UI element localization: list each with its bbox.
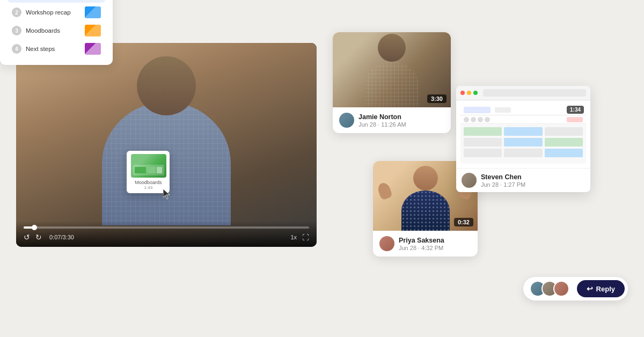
time-display: 0:07/3:30 [49,234,74,240]
browser-max-dot [473,91,478,95]
browser-url-bar [483,89,586,97]
video-player[interactable]: Moodboards 1:43 ↺ ↻ 0:07/3: [16,43,317,247]
browser-min-dot [467,91,471,95]
chapter-thumb-4 [85,43,101,55]
chapter-num-2: 2 [12,8,21,17]
video-person [102,56,231,225]
jamie-person [365,34,419,107]
bs-tool-4 [485,117,490,122]
bs-tab-inactive [495,107,511,113]
bs-cell-6 [545,138,583,146]
chapter-label-3: Moodboards [26,27,80,34]
bs-cell-3 [545,127,583,136]
rewind-button[interactable]: ↺ [24,233,30,241]
bs-cell-8 [504,149,542,157]
controls-right: 1x ⛶ [290,233,309,241]
browser-close-dot [460,91,465,95]
bs-tool-3 [478,117,483,122]
person-head [137,56,196,115]
priya-duration: 0:32 [454,218,473,226]
cursor [163,189,174,200]
bs-tab [464,107,491,113]
jamie-duration: 3:30 [427,94,447,103]
reply-bar: ↩ Reply [523,277,628,301]
reply-button[interactable]: ↩ Reply [577,280,625,297]
bs-toolbar [460,115,586,124]
priya-shirt-pattern [401,191,450,231]
bs-cell-5 [504,138,542,146]
priya-name: Priya Saksena [399,237,471,244]
bs-cell-7 [464,149,502,157]
browser-content: 1:34 [456,100,590,168]
jamie-body [365,62,419,107]
chapter-thumb-2 [85,6,101,18]
video-controls: ↺ ↻ 0:07/3:30 1x ⛶ [16,221,317,247]
video-card-jamie[interactable]: 3:30 Jamie Norton Jun 28 · 11:26 AM [333,32,451,133]
jamie-avatar [339,113,354,128]
bs-tool-2 [471,117,476,122]
priya-date: Jun 28 · 4:32 PM [399,245,471,251]
jamie-meta: Jamie Norton Jun 28 · 11:26 AM [358,113,444,128]
reply-avatar-3 [553,281,569,297]
browser-screenshot [460,105,586,164]
tooltip-bar-3 [157,167,162,173]
chapter-label-4: Next steps [26,46,80,52]
browser-header [456,86,590,100]
priya-person [401,166,450,231]
tooltip-sublabel: 1:43 [131,185,165,190]
cards-section: 3:30 Jamie Norton Jun 28 · 11:26 AM [322,32,633,333]
jamie-name: Jamie Norton [358,113,444,121]
priya-meta: Priya Saksena Jun 28 · 4:32 PM [399,237,471,251]
priya-card-info: Priya Saksena Jun 28 · 4:32 PM [373,231,478,257]
chapter-thumb-3 [85,25,101,36]
fullscreen-button[interactable]: ⛶ [302,233,309,241]
reply-avatars [530,281,569,297]
priya-hand-left [380,188,392,204]
bs-cell-1 [464,127,502,136]
priya-avatar [379,236,394,251]
chapter-item-1[interactable]: 1 Intro [8,0,105,3]
chapter-item-4[interactable]: 4 Next steps [8,40,105,57]
priya-head [413,166,438,191]
video-section: Moodboards 1:43 ↺ ↻ 0:07/3: [16,43,338,284]
progress-bar[interactable] [24,226,309,229]
steven-duration: 1:34 [567,106,584,114]
tooltip-bar-1 [135,167,146,173]
reply-label: Reply [596,285,615,293]
bs-tool-1 [464,117,469,122]
tooltip-label: Moodboards [131,180,165,185]
bs-cell-2 [504,127,542,136]
jamie-date: Jun 28 · 11:26 AM [358,121,444,128]
steven-avatar [462,173,477,188]
steven-date: Jun 28 · 1:27 PM [481,181,585,188]
bs-body [460,124,586,160]
steven-name: Steven Chen [481,173,585,181]
bs-cell-9 [545,149,583,157]
jamie-head [378,34,406,62]
chapter-label-2: Workshop recap [26,9,80,16]
video-card-steven[interactable]: 1:34 Steven Chen Jun 28 · 1:27 PM [456,86,590,192]
card-thumbnail-jamie: 3:30 [333,32,451,107]
priya-body [401,191,450,231]
reply-arrow-icon: ↩ [587,284,593,293]
progress-dot [32,225,37,230]
chapter-num-3: 3 [12,26,21,35]
controls-row: ↺ ↻ 0:07/3:30 1x ⛶ [24,233,309,241]
bs-cell-4 [464,138,502,146]
steven-meta: Steven Chen Jun 28 · 1:27 PM [481,173,585,188]
chapter-num-4: 4 [12,44,21,54]
steven-card-info: Steven Chen Jun 28 · 1:27 PM [456,168,590,192]
tooltip-thumb-inner [133,165,164,175]
chapter-item-2[interactable]: 2 Workshop recap [8,4,105,21]
forward-button[interactable]: ↻ [35,233,42,241]
bs-badge [567,117,583,122]
video-tooltip: Moodboards 1:43 [127,151,170,193]
jamie-card-info: Jamie Norton Jun 28 · 11:26 AM [333,107,451,133]
chapter-panel: Feedback on designs 1 Intro 2 Workshop r… [0,0,113,65]
tooltip-thumbnail [131,154,166,178]
speed-button[interactable]: 1x [290,234,297,240]
tooltip-bar-2 [147,167,156,173]
chapter-item-3[interactable]: 3 Moodboards [8,22,105,39]
video-background: Moodboards 1:43 ↺ ↻ 0:07/3: [16,43,317,247]
